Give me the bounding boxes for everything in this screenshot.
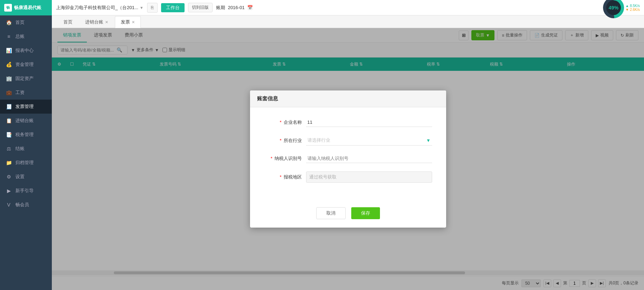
save-button[interactable]: 保存 — [351, 207, 380, 219]
tax-icon: 📑 — [6, 132, 12, 137]
company-chevron-icon: ▼ — [140, 6, 144, 10]
speed-percent: 49% — [606, 0, 621, 15]
sidebar-item-label: 资金管理 — [15, 61, 34, 68]
tax-id-label: * 纳税人识别号 — [264, 155, 306, 162]
settle-icon: ⚖ — [6, 146, 12, 151]
tabs-bar: 首页 进销台账 ✕ 发票 ✕ — [52, 15, 644, 28]
sidebar-item-archive[interactable]: 📁 归档管理 — [0, 156, 52, 170]
industry-placeholder: 请选择行业 — [307, 137, 330, 143]
tax-region-label: * 报税地区 — [264, 174, 306, 180]
industry-select[interactable]: 请选择行业 ▼ — [306, 135, 432, 146]
sidebar-item-label: 固定资产 — [15, 75, 34, 82]
period-value: 2016-01 — [228, 5, 245, 10]
sidebar-item-purchase[interactable]: 📋 进销台账 — [0, 114, 52, 128]
calendar-icon[interactable]: 📅 — [247, 5, 253, 10]
archive-icon: 📁 — [6, 160, 12, 166]
sidebar-item-guide[interactable]: ▶ 新手引导 — [0, 184, 52, 198]
copy-icon-btn[interactable]: ⎘ — [147, 3, 158, 13]
sidebar-item-salary[interactable]: 💼 工资 — [0, 86, 52, 100]
dialog-footer: 取消 保存 — [250, 202, 446, 228]
invoice-icon: 🧾 — [6, 104, 12, 109]
sidebar-item-label: 报表中心 — [15, 47, 34, 54]
sidebar-item-label: 税务管理 — [15, 131, 34, 138]
fixed-icon: 🏢 — [6, 76, 12, 81]
dialog-body: * 企业名称 * 所在行业 请选择行业 ▼ — [250, 107, 446, 202]
company-name-input[interactable] — [306, 118, 432, 127]
ledger-icon: ≡ — [6, 34, 12, 39]
speed-down: ▼ 2.6K/s — [625, 8, 640, 12]
switch-version-button[interactable]: 切到旧版 — [188, 3, 213, 12]
sidebar-item-settle[interactable]: ⚖ 结账 — [0, 142, 52, 156]
sidebar-item-label: 总账 — [15, 33, 25, 40]
tab-invoice[interactable]: 发票 ✕ — [115, 16, 141, 28]
speed-indicator: 49% ▲ 8.5K/s ▼ 2.6K/s — [603, 0, 640, 18]
home-icon: 🏠 — [6, 20, 12, 25]
topbar: 上海卯金刀电子科技有限公司_（台201... ▼ ⎘ 工作台 切到旧版 账期 2… — [52, 0, 644, 15]
salary-icon: 💼 — [6, 90, 12, 95]
report-icon: 📊 — [6, 48, 12, 53]
sidebar-item-capital[interactable]: 💰 资金管理 — [0, 58, 52, 72]
tab-purchase-close-icon[interactable]: ✕ — [105, 20, 108, 25]
copy-icon: ⎘ — [151, 5, 154, 10]
sidebar-item-fixed[interactable]: 🏢 固定资产 — [0, 72, 52, 86]
sidebar-item-settings[interactable]: ⚙ 设置 — [0, 170, 52, 184]
sidebar: 畅 畅康通易代账 🏠 首页 ≡ 总账 📊 报表中心 💰 资金管理 🏢 固定资产 … — [0, 0, 52, 290]
workbench-button[interactable]: 工作台 — [161, 3, 185, 12]
company-selector[interactable]: 上海卯金刀电子科技有限公司_（台201... ▼ — [56, 5, 144, 11]
main-content: 上海卯金刀电子科技有限公司_（台201... ▼ ⎘ 工作台 切到旧版 账期 2… — [52, 0, 644, 290]
content-area: 销项发票 进项发票 费用小票 ⊞ 取票 ▼ ≡ 批量操作 📄 — [52, 28, 644, 290]
speed-up: ▲ 8.5K/s — [625, 4, 640, 8]
sidebar-item-label: 新手引导 — [15, 188, 34, 194]
sidebar-item-member[interactable]: V 畅会员 — [0, 198, 52, 212]
sidebar-item-invoice[interactable]: 🧾 发票管理 — [0, 100, 52, 114]
sidebar-item-label: 工资 — [15, 89, 25, 96]
sidebar-item-label: 归档管理 — [15, 160, 34, 166]
period-label: 账期 — [216, 5, 225, 11]
industry-label: * 所在行业 — [264, 137, 306, 144]
sidebar-item-label: 结账 — [15, 146, 25, 152]
cancel-button[interactable]: 取消 — [316, 207, 346, 219]
required-marker: * — [280, 174, 282, 180]
topbar-right: 49% ▲ 8.5K/s ▼ 2.6K/s — [603, 0, 640, 18]
speed-circle: 49% — [603, 0, 624, 18]
sidebar-item-label: 进销台账 — [15, 117, 34, 124]
tab-home-label: 首页 — [63, 19, 72, 25]
sidebar-item-label: 设置 — [15, 174, 25, 180]
industry-chevron-icon: ▼ — [426, 138, 431, 143]
tax-id-input[interactable] — [306, 154, 432, 163]
tab-invoice-close-icon[interactable]: ✕ — [132, 20, 135, 25]
required-marker: * — [280, 120, 282, 125]
tax-id-row: * 纳税人识别号 — [264, 154, 432, 163]
tab-purchase[interactable]: 进销台账 ✕ — [79, 16, 114, 28]
sidebar-item-ledger[interactable]: ≡ 总账 — [0, 29, 52, 43]
settings-icon: ⚙ — [6, 174, 12, 180]
company-name-label: * 企业名称 — [264, 119, 306, 126]
sidebar-item-label: 首页 — [15, 19, 25, 26]
industry-row: * 所在行业 请选择行业 ▼ — [264, 135, 432, 146]
tax-region-row: * 报税地区 通过税号获取 — [264, 171, 432, 183]
member-icon: V — [6, 202, 12, 208]
sidebar-item-label: 畅会员 — [15, 202, 29, 208]
period-display: 账期 2016-01 📅 — [216, 5, 253, 11]
logo-text: 畅康通易代账 — [14, 5, 41, 11]
purchase-icon: 📋 — [6, 118, 12, 123]
speed-rates: ▲ 8.5K/s ▼ 2.6K/s — [625, 4, 640, 12]
tax-region-display: 通过税号获取 — [306, 171, 432, 183]
tab-home[interactable]: 首页 — [57, 16, 78, 28]
company-name: 上海卯金刀电子科技有限公司_（台201... — [56, 5, 138, 11]
sidebar-item-tax[interactable]: 📑 税务管理 — [0, 128, 52, 142]
sidebar-item-label: 发票管理 — [15, 103, 34, 110]
guide-icon: ▶ — [6, 188, 12, 194]
dialog-title: 账套信息 — [250, 90, 446, 107]
company-name-row: * 企业名称 — [264, 118, 432, 127]
modal-overlay: 账套信息 * 企业名称 * 所在行业 — [52, 28, 644, 290]
app-logo: 畅 畅康通易代账 — [0, 0, 52, 15]
sidebar-item-home[interactable]: 🏠 首页 — [0, 15, 52, 29]
tab-invoice-label: 发票 — [121, 19, 130, 25]
capital-icon: 💰 — [6, 62, 12, 67]
account-info-dialog: 账套信息 * 企业名称 * 所在行业 — [250, 90, 446, 228]
required-marker: * — [271, 156, 272, 161]
sidebar-item-report[interactable]: 📊 报表中心 — [0, 43, 52, 58]
required-marker: * — [280, 138, 282, 143]
logo-icon: 畅 — [4, 4, 12, 12]
